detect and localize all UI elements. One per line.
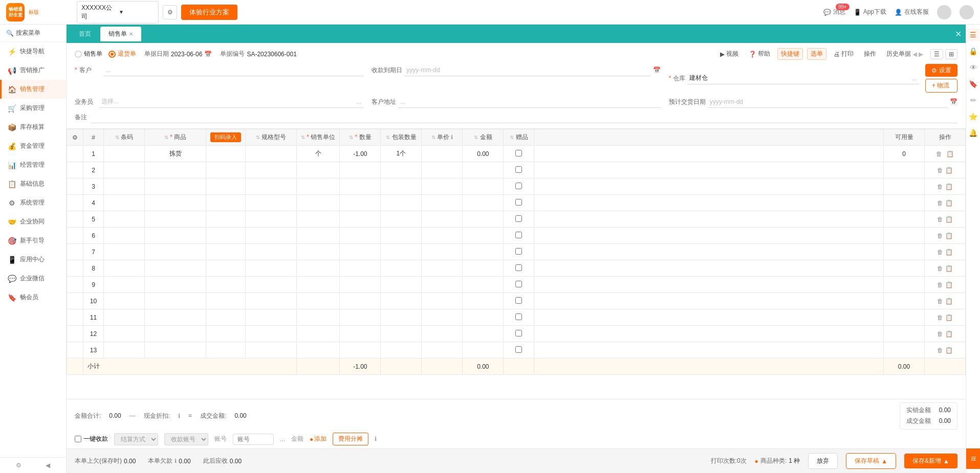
settle-method-select[interactable]: 结算方式: [114, 433, 158, 445]
settle-account-select[interactable]: 收款账号: [164, 433, 208, 445]
customer-input[interactable]: ...: [104, 64, 364, 76]
due-date-calendar-icon[interactable]: 📅: [653, 66, 661, 74]
gift-checkbox[interactable]: [515, 313, 522, 320]
delete-icon[interactable]: 🗑: [937, 249, 943, 256]
expense-info-icon[interactable]: ℹ: [375, 436, 377, 442]
row-unit[interactable]: 个: [297, 146, 340, 162]
sidebar-item-finance[interactable]: 💰 资金管理: [0, 137, 66, 155]
gift-checkbox[interactable]: [515, 166, 522, 173]
row-spec[interactable]: [246, 146, 297, 162]
gift-checkbox[interactable]: [515, 281, 522, 287]
discount-info-icon[interactable]: ℹ: [178, 413, 180, 419]
video-btn[interactable]: ▶ 视频: [717, 49, 742, 59]
operation-btn[interactable]: 操作: [861, 49, 879, 59]
gift-checkbox[interactable]: [515, 150, 522, 156]
right-panel-lock-icon[interactable]: 🔒: [967, 45, 979, 57]
delete-icon[interactable]: 🗑: [937, 330, 943, 337]
company-selector[interactable]: XXXXXX公司 ▼: [77, 1, 159, 24]
sidebar-item-system[interactable]: ⚙ 系统管理: [0, 193, 66, 212]
gift-checkbox[interactable]: [515, 264, 522, 271]
owe-info-icon[interactable]: ℹ: [175, 458, 177, 464]
th-amount[interactable]: ⇅ 金额: [463, 129, 504, 146]
th-unit[interactable]: ⇅ * 销售单位: [297, 129, 340, 146]
trial-button[interactable]: 体验行业方案: [181, 5, 237, 20]
due-date-input[interactable]: yyyy-mm-dd: [404, 64, 650, 76]
settings-gear-button[interactable]: ⚙: [163, 5, 177, 19]
delete-icon[interactable]: 🗑: [937, 265, 943, 272]
sidebar-item-inventory[interactable]: 📦 库存核算: [0, 118, 66, 137]
gift-checkbox[interactable]: [515, 330, 522, 336]
customer-dots[interactable]: ...: [106, 66, 111, 74]
help-btn[interactable]: ❓ 帮助: [746, 49, 773, 59]
gift-checkbox[interactable]: [515, 297, 522, 304]
view-list-btn[interactable]: ☰: [930, 49, 943, 59]
settings-btn[interactable]: ⚙ 设置: [925, 64, 957, 77]
right-panel-list-icon[interactable]: ☰: [967, 29, 979, 41]
copy-icon[interactable]: 📋: [945, 265, 953, 272]
sidebar-item-sales[interactable]: 🏠 销售管理: [0, 80, 66, 99]
right-panel-bottom-btn[interactable]: Itl: [966, 448, 981, 469]
account-input[interactable]: [233, 434, 274, 445]
view-grid-btn[interactable]: ⊞: [945, 49, 957, 59]
th-pack[interactable]: ⇅ 包装数量: [381, 129, 422, 146]
save-draft-button[interactable]: 保存草稿 ▲: [846, 453, 896, 469]
gift-checkbox[interactable]: [515, 232, 522, 238]
delete-icon[interactable]: 🗑: [937, 183, 943, 190]
gift-checkbox[interactable]: [515, 183, 522, 189]
sidebar-item-operations[interactable]: 📊 经营管理: [0, 155, 66, 174]
scan-button[interactable]: 扫码录入: [210, 132, 241, 142]
th-product[interactable]: ⇅ * 商品: [145, 129, 206, 146]
delete-icon[interactable]: 🗑: [937, 314, 943, 321]
delete-icon[interactable]: 🗑: [937, 216, 943, 223]
gift-checkbox[interactable]: [515, 199, 522, 206]
copy-icon[interactable]: 📋: [945, 232, 953, 239]
history-arrow-left[interactable]: ◀: [912, 51, 917, 58]
expected-date-calendar-icon[interactable]: 📅: [950, 98, 957, 105]
copy-icon[interactable]: 📋: [945, 183, 953, 190]
sidebar-item-app-center[interactable]: 📱 应用中心: [0, 250, 66, 269]
th-barcode[interactable]: ⇅ 条码: [104, 129, 145, 146]
sidebar-item-marketing[interactable]: 📢 营销推广: [0, 61, 66, 80]
sidebar-item-purchase[interactable]: 🛒 采购管理: [0, 99, 66, 118]
tab-home[interactable]: 首页: [71, 27, 99, 41]
salesman-dots[interactable]: ...: [356, 98, 361, 105]
customer-addr-dots[interactable]: ...: [400, 98, 405, 105]
delete-icon[interactable]: 🗑: [937, 232, 943, 239]
sidebar-collapse-icon[interactable]: ◀: [46, 462, 50, 469]
right-panel-bell-icon[interactable]: 🔔: [967, 127, 979, 139]
copy-icon[interactable]: 📋: [945, 281, 953, 288]
close-button[interactable]: ✕: [955, 29, 962, 39]
copy-icon[interactable]: 📋: [945, 216, 953, 223]
th-price[interactable]: ⇅ 单价 ℹ: [422, 129, 463, 146]
row-pack[interactable]: 1个: [381, 146, 422, 162]
dots-account[interactable]: ...: [280, 436, 285, 443]
delete-icon[interactable]: 🗑: [937, 199, 943, 207]
select-btn[interactable]: 选单: [807, 48, 826, 60]
copy-icon[interactable]: 📋: [945, 199, 953, 207]
right-panel-eye-icon[interactable]: 👁: [967, 61, 979, 74]
sidebar-search[interactable]: 🔍 搜索菜单: [0, 25, 66, 42]
copy-icon[interactable]: 📋: [945, 167, 953, 174]
one-click-payment-checkbox[interactable]: 一键收款: [75, 435, 108, 443]
delete-icon[interactable]: 🗑: [936, 150, 942, 157]
delete-icon[interactable]: 🗑: [937, 281, 943, 288]
th-gear[interactable]: ⚙: [67, 129, 83, 146]
save-new-button[interactable]: 保存&新增 ▲: [904, 454, 957, 468]
notes-input[interactable]: [91, 111, 957, 123]
history-btn[interactable]: 历史单据 ◀ ▶: [883, 49, 926, 59]
delete-icon[interactable]: 🗑: [937, 347, 943, 354]
warehouse-dots[interactable]: ...: [912, 75, 917, 82]
right-panel-edit-icon[interactable]: ✏: [967, 94, 979, 106]
logistics-btn[interactable]: + 物流: [925, 79, 957, 93]
copy-icon[interactable]: 📋: [945, 298, 953, 305]
add-button[interactable]: ● 添加: [310, 435, 326, 443]
salesman-input[interactable]: 选择... ...: [99, 96, 363, 108]
copy-icon[interactable]: 📋: [945, 314, 953, 321]
sidebar-item-enterprise[interactable]: 🤝 企业协同: [0, 212, 66, 231]
one-click-checkbox[interactable]: [75, 436, 81, 442]
message-button[interactable]: 💬 消息 99+: [823, 8, 845, 16]
delete-icon[interactable]: 🗑: [937, 298, 943, 305]
row-amount[interactable]: 0.00: [463, 146, 504, 162]
abandon-button[interactable]: 放弃: [808, 453, 838, 469]
tab-close-icon[interactable]: ✕: [129, 31, 133, 37]
